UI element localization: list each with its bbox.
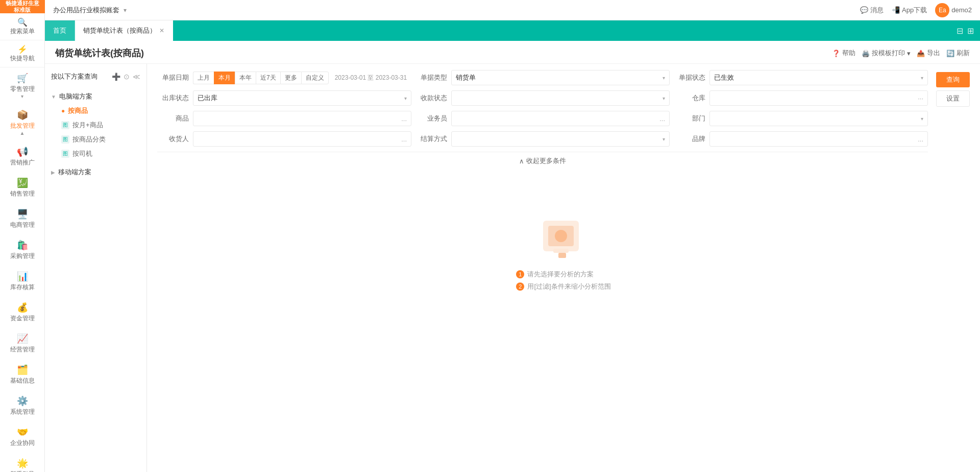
goods-dots: ... <box>401 115 407 123</box>
date-tab-this-month[interactable]: 本月 <box>214 72 235 84</box>
date-tab-last-month[interactable]: 上月 <box>193 72 214 84</box>
filter-cell-goods: 商品 ... <box>157 111 411 126</box>
tree-expand-arrow: ▼ <box>51 94 56 100</box>
message-btn[interactable]: 💬 消息 <box>860 6 884 15</box>
sidebar-quick-nav[interactable]: ⚡ 快捷导航 <box>0 40 44 67</box>
salesman-input[interactable]: ... <box>451 111 670 126</box>
app-download-btn[interactable]: 📲 App下载 <box>892 6 927 15</box>
sidebar-item-enterprise[interactable]: 🤝 企业协同 <box>0 421 44 453</box>
sidebar-item-finance[interactable]: 💰 资金管理 <box>0 297 44 328</box>
brand-input[interactable]: ... <box>709 131 928 147</box>
tree-item-by-driver[interactable]: 图 按司机 <box>55 147 146 161</box>
date-tab-7-days[interactable]: 近7天 <box>256 72 280 84</box>
dept-select[interactable]: ▾ <box>709 111 928 126</box>
sidebar-item-newbie[interactable]: 🌟 新手引导 <box>0 453 44 472</box>
date-tab-this-year[interactable]: 本年 <box>235 72 256 84</box>
sidebar-item-basic-info[interactable]: 🗂️ 基础信息 <box>0 359 44 390</box>
tab-expand-icon[interactable]: ⊞ <box>967 26 974 36</box>
tree-collapse-arrow: ▶ <box>51 170 55 175</box>
doc-status-select[interactable]: 已生效 ▾ <box>709 70 928 85</box>
tree-item-month-product[interactable]: 图 按月+商品 <box>55 118 146 132</box>
export-icon: 📤 <box>917 50 925 57</box>
user-profile[interactable]: Ea demo2 <box>935 3 972 17</box>
avatar: Ea <box>935 3 949 17</box>
collapse-up-icon: ∧ <box>519 157 524 165</box>
tree-item-by-product[interactable]: ● 按商品 <box>55 104 146 118</box>
filter-row-4: 收货人 ... 结算方式 <box>157 131 928 147</box>
filter-cell-depot: 仓库 ··· <box>674 90 928 106</box>
date-tabs: 上月 本月 本年 近7天 更多 自定义 <box>193 72 329 84</box>
message-icon: 💬 <box>860 6 868 14</box>
sidebar-item-sales[interactable]: 💹 销售管理 <box>0 172 44 203</box>
sidebar-item-system[interactable]: ⚙️ 系统管理 <box>0 390 44 421</box>
filter-row-1: 单据日期 上月 本月 本年 近7天 更多 自定义 <box>157 70 928 85</box>
refresh-btn[interactable]: 🔄 刷新 <box>946 49 970 58</box>
sidebar-logo: 畅捷通好生意 标准版 <box>0 0 45 13</box>
collection-status-label: 收款状态 <box>415 93 451 103</box>
settlement-select[interactable]: ▾ <box>451 131 670 147</box>
product-category-icon: 图 <box>61 135 69 144</box>
tree-node-mobile-label: 移动端方案 <box>58 168 91 177</box>
print-dropdown-icon[interactable]: ▾ <box>907 50 911 57</box>
tab-minimize-icon[interactable]: ⊟ <box>957 26 963 36</box>
receiver-input[interactable]: ... <box>193 131 411 147</box>
export-btn[interactable]: 📤 导出 <box>917 49 940 58</box>
collapse-bar[interactable]: ∧ 收起更多条件 <box>157 152 928 170</box>
doc-type-select[interactable]: 销货单 ▾ <box>451 70 670 85</box>
filter-cell-doc-status: 单据状态 已生效 ▾ <box>674 70 928 85</box>
tree-node-mobile[interactable]: ▶ 移动端方案 <box>45 165 146 179</box>
left-panel: 按以下方案查询 ➕ ⊙ ≪ ▼ 电脑端方案 <box>45 64 147 472</box>
query-button[interactable]: 查询 <box>936 72 970 87</box>
top-right-actions: 查询 设置 <box>936 70 970 107</box>
settings-button[interactable]: 设置 <box>936 90 970 107</box>
sidebar-item-wholesale[interactable]: 📦 批发管理 ▲ <box>0 104 44 141</box>
help-icon: ❓ <box>832 50 840 57</box>
tree-node-pc[interactable]: ▼ 电脑端方案 <box>45 89 146 104</box>
tab-close-icon[interactable]: ✕ <box>159 27 164 34</box>
left-panel-header: 按以下方案查询 ➕ ⊙ ≪ <box>45 70 146 85</box>
download-icon: 📲 <box>892 6 900 14</box>
brand-label: 品牌 <box>674 134 709 144</box>
empty-hints: 1 请先选择要分析的方案 2 用[过滤]条件来缩小分析范围 <box>516 270 610 294</box>
sidebar-item-purchase[interactable]: 🛍️ 采购管理 <box>0 234 44 266</box>
sidebar-item-retail[interactable]: 🛒 零售管理 ▾ <box>0 67 44 104</box>
sidebar-search[interactable]: 🔍 搜索菜单 <box>0 13 44 40</box>
depot-dots: ··· <box>918 95 923 102</box>
depot-input[interactable]: ··· <box>709 90 928 106</box>
tab-sales-stats[interactable]: 销货单统计表（按商品） ✕ <box>75 20 173 41</box>
doc-status-label: 单据状态 <box>674 73 709 82</box>
collapse-panel-icon[interactable]: ≪ <box>133 73 140 81</box>
help-btn[interactable]: ❓ 帮助 <box>832 49 855 58</box>
date-tab-more[interactable]: 更多 <box>280 72 301 84</box>
print-icon: 🖨️ <box>862 50 870 57</box>
tree-item-product-category[interactable]: 图 按商品分类 <box>55 132 146 147</box>
filter-cell-brand: 品牌 ... <box>674 131 928 147</box>
sidebar-item-ecommerce[interactable]: 🖥️ 电商管理 <box>0 203 44 234</box>
settings-scheme-icon[interactable]: ⊙ <box>124 73 130 81</box>
filter-main-layout: 单据日期 上月 本月 本年 近7天 更多 自定义 <box>157 70 970 170</box>
template-print-btn[interactable]: 🖨️ 按模板打印 ▾ <box>862 49 911 58</box>
receiver-dots: ... <box>401 135 407 143</box>
filters-container: 单据日期 上月 本月 本年 近7天 更多 自定义 <box>157 70 928 170</box>
goods-input[interactable]: ... <box>193 111 411 126</box>
page-title: 销货单统计表(按商品) <box>55 47 144 59</box>
tab-home[interactable]: 首页 <box>45 20 75 41</box>
sidebar-item-operations[interactable]: 📈 经营管理 <box>0 328 44 359</box>
date-control: 上月 本月 本年 近7天 更多 自定义 2023-03-01 至 2023-03… <box>193 72 407 84</box>
tree-node-label: 电脑端方案 <box>59 92 92 101</box>
filter-row-3: 商品 ... 业务员 <box>157 111 928 126</box>
filter-cell-receiver: 收货人 ... <box>157 131 411 147</box>
filter-cell-collection-status: 收款状态 ▾ <box>415 90 670 106</box>
sidebar-item-inventory[interactable]: 📊 库存核算 <box>0 266 44 297</box>
warehouse-status-select[interactable]: 已出库 ▾ <box>193 90 411 106</box>
sidebar-item-marketing[interactable]: 📢 营销推广 <box>0 141 44 172</box>
salesman-dots: ... <box>659 115 665 123</box>
dept-dropdown-icon: ▾ <box>921 116 923 122</box>
sidebar: 畅捷通好生意 标准版 🔍 搜索菜单 ⚡ 快捷导航 🛒 零售管理 ▾ 📦 批发管理… <box>0 0 45 472</box>
date-tab-custom[interactable]: 自定义 <box>301 72 329 84</box>
collection-status-select[interactable]: ▾ <box>451 90 670 106</box>
add-scheme-icon[interactable]: ➕ <box>112 73 120 81</box>
doc-status-dropdown-icon: ▾ <box>921 75 923 81</box>
industry-dropdown-icon[interactable]: ▾ <box>124 7 127 14</box>
body-area: 按以下方案查询 ➕ ⊙ ≪ ▼ 电脑端方案 <box>45 64 980 472</box>
